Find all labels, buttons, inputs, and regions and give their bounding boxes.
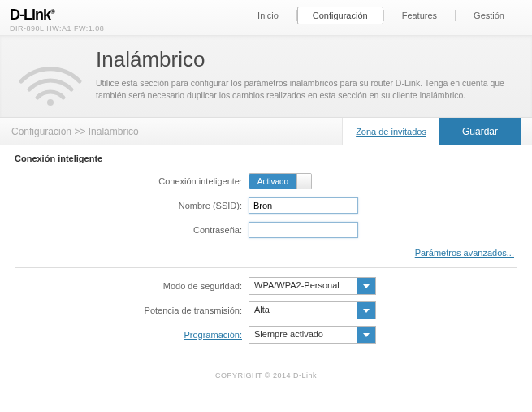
wifi-icon — [15, 47, 96, 107]
brand-logo: D-Link® — [10, 7, 115, 24]
hero-text: Inalámbrico Utilice esta sección para co… — [96, 47, 517, 107]
row-schedule: Programación: Siempre activado — [15, 325, 517, 345]
model-info: DIR-890L HW:A1 FW:1.08 — [10, 24, 115, 33]
nav-management[interactable]: Gestión — [456, 7, 522, 24]
tx-power-select[interactable]: Alta — [249, 301, 376, 319]
row-smart-connect: Conexión inteligente: Activado — [15, 171, 517, 191]
label-password: Contraseña: — [15, 225, 249, 235]
logo-block: D-Link® DIR-890L HW:A1 FW:1.08 — [10, 7, 115, 33]
schedule-link[interactable]: Programación: — [184, 330, 242, 340]
toggle-knob — [296, 174, 311, 189]
divider — [15, 353, 517, 353]
guest-zone-link[interactable]: Zona de invitados — [342, 118, 439, 145]
section-title: Conexión inteligente — [15, 154, 517, 163]
chevron-down-icon — [357, 302, 375, 319]
header: D-Link® DIR-890L HW:A1 FW:1.08 Inicio Co… — [0, 0, 532, 36]
row-ssid: Nombre (SSID): — [15, 196, 517, 215]
nav-config[interactable]: Configuración — [297, 7, 383, 24]
row-security: Modo de seguridad: WPA/WPA2-Personal — [15, 276, 517, 296]
save-button[interactable]: Guardar — [439, 118, 521, 145]
ssid-input[interactable] — [249, 197, 358, 214]
chevron-down-icon — [357, 327, 375, 343]
label-txpower: Potencia de transmisión: — [15, 306, 249, 315]
page-title: Inalámbrico — [96, 47, 517, 72]
row-txpower: Potencia de transmisión: Alta — [15, 301, 517, 320]
security-value: WPA/WPA2-Personal — [249, 278, 357, 294]
footer-copyright: COPYRIGHT © 2014 D-Link — [0, 362, 532, 389]
toggle-on-label: Activado — [249, 174, 296, 189]
security-mode-select[interactable]: WPA/WPA2-Personal — [249, 277, 376, 295]
form-area: Conexión inteligente Conexión inteligent… — [0, 145, 532, 345]
nav-home[interactable]: Inicio — [240, 7, 296, 24]
breadcrumb-bar: Configuración >> Inalámbrico Zona de inv… — [0, 118, 532, 145]
label-schedule: Programación: — [15, 330, 249, 340]
nav-features[interactable]: Features — [384, 7, 455, 24]
schedule-value: Siempre activado — [249, 327, 357, 343]
txpower-value: Alta — [249, 302, 357, 319]
chevron-down-icon — [357, 278, 375, 294]
password-input[interactable] — [249, 222, 358, 238]
top-nav: Inicio Configuración Features Gestión — [240, 7, 522, 24]
smart-connect-toggle[interactable]: Activado — [249, 173, 312, 189]
divider — [15, 267, 517, 268]
advanced-link-row: Parámetros avanzados... — [15, 245, 517, 264]
label-security: Modo de seguridad: — [15, 281, 249, 291]
breadcrumb: Configuración >> Inalámbrico — [11, 126, 139, 137]
label-ssid: Nombre (SSID): — [15, 201, 249, 210]
hero-section: Inalámbrico Utilice esta sección para co… — [0, 36, 532, 118]
label-smart: Conexión inteligente: — [15, 176, 249, 186]
row-password: Contraseña: — [15, 220, 517, 240]
page-description: Utilice esta sección para configurar los… — [96, 77, 517, 102]
svg-point-0 — [47, 99, 54, 106]
advanced-params-link[interactable]: Parámetros avanzados... — [415, 248, 514, 258]
schedule-select[interactable]: Siempre activado — [249, 326, 376, 344]
